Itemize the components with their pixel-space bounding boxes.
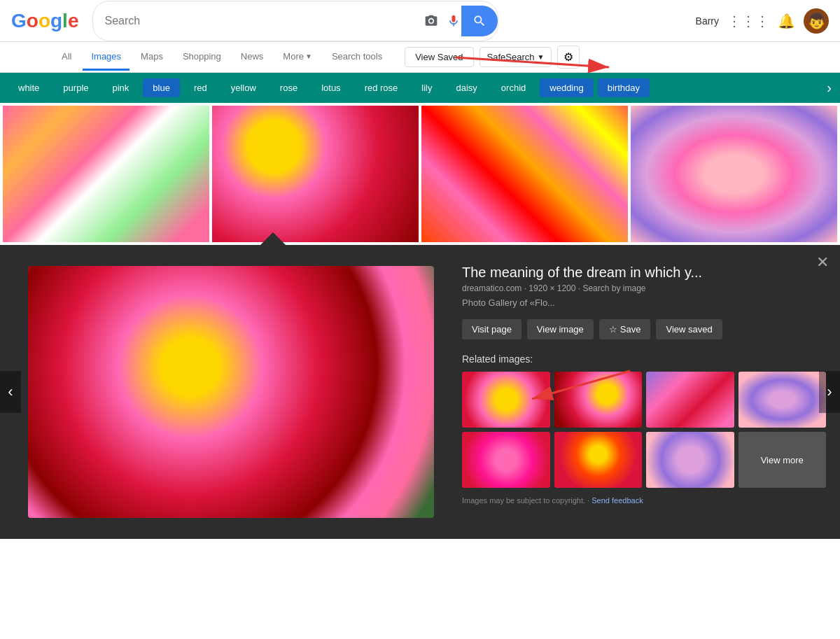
- image-grid: [0, 103, 840, 245]
- search-button[interactable]: [461, 6, 498, 36]
- search-bar: flowers: [92, 1, 498, 41]
- grid-image-2[interactable]: [212, 106, 419, 242]
- save-button[interactable]: ☆ Save: [599, 319, 651, 339]
- nav-shopping[interactable]: Shopping: [174, 44, 230, 71]
- filter-red-rose[interactable]: red rose: [355, 78, 408, 97]
- star-icon: ☆: [609, 324, 617, 335]
- related-label: Related images:: [462, 353, 826, 365]
- filter-yellow[interactable]: yellow: [221, 78, 266, 97]
- expanded-panel: ‹ ✕ The meaning of the dream in which y.…: [0, 245, 840, 539]
- filter-pink[interactable]: pink: [103, 78, 139, 97]
- filter-lily[interactable]: lily: [412, 78, 442, 97]
- expanded-info: ✕ The meaning of the dream in which y...…: [448, 245, 840, 539]
- nav-all[interactable]: All: [53, 44, 80, 71]
- filter-purple[interactable]: purple: [53, 78, 98, 97]
- close-button[interactable]: ✕: [816, 253, 829, 272]
- nav-maps[interactable]: Maps: [132, 44, 172, 71]
- filter-wedding[interactable]: wedding: [540, 78, 593, 97]
- camera-icon[interactable]: [424, 13, 439, 29]
- search-icons: [424, 13, 461, 29]
- settings-button[interactable]: ⚙: [557, 45, 580, 69]
- mic-icon[interactable]: [446, 13, 461, 29]
- grid-icon[interactable]: ⋮⋮⋮: [727, 13, 769, 29]
- nav-items: All Images Maps Shopping News More ▼ Sea…: [53, 44, 391, 71]
- grid-image-3[interactable]: [421, 106, 628, 242]
- user-name: Barry: [696, 15, 719, 27]
- nav-bar: All Images Maps Shopping News More ▼ Sea…: [0, 42, 840, 73]
- grid-image-1[interactable]: [3, 106, 209, 242]
- related-image-1[interactable]: [462, 372, 550, 428]
- search-input[interactable]: flowers: [104, 15, 418, 27]
- next-image-button[interactable]: ›: [819, 371, 840, 413]
- filter-lotus[interactable]: lotus: [312, 78, 350, 97]
- nav-more[interactable]: More ▼: [274, 44, 321, 71]
- grid-image-4[interactable]: [631, 106, 837, 242]
- view-saved-expanded-button[interactable]: View saved: [656, 319, 722, 339]
- notification-icon[interactable]: 🔔: [778, 13, 795, 29]
- view-image-button[interactable]: View image: [527, 319, 594, 339]
- visit-page-button[interactable]: Visit page: [462, 319, 522, 339]
- filter-birthday[interactable]: birthday: [598, 78, 650, 97]
- view-more-button[interactable]: View more: [738, 432, 827, 488]
- view-saved-button[interactable]: View Saved: [405, 47, 473, 67]
- avatar[interactable]: 👦: [804, 8, 829, 34]
- filter-orchid[interactable]: orchid: [491, 78, 536, 97]
- expanded-subtitle: Photo Gallery of «Flo...: [462, 297, 826, 308]
- filter-next-icon[interactable]: ›: [827, 80, 832, 96]
- header: Google flowers Barry ⋮⋮⋮: [0, 0, 840, 42]
- related-image-7[interactable]: [646, 432, 734, 488]
- nav-images[interactable]: Images: [83, 44, 130, 71]
- google-logo[interactable]: Google: [11, 10, 78, 32]
- filter-bar: white purple pink blue red yellow rose l…: [0, 73, 840, 103]
- related-images-grid: View more: [462, 372, 826, 488]
- related-image-4[interactable]: [738, 372, 827, 428]
- filter-blue[interactable]: blue: [143, 78, 180, 97]
- related-image-2[interactable]: [554, 372, 643, 428]
- copyright-text: Images may be subject to copyright. · Se…: [462, 496, 826, 505]
- expanded-image-display: [28, 266, 434, 518]
- filter-rose[interactable]: rose: [270, 78, 307, 97]
- prev-image-button[interactable]: ‹: [0, 371, 21, 413]
- feedback-link[interactable]: Send feedback: [592, 496, 643, 505]
- nav-right-controls: View Saved SafeSearch ▼ ⚙: [405, 45, 580, 69]
- header-right: Barry ⋮⋮⋮ 🔔 👦: [696, 8, 829, 34]
- filter-red[interactable]: red: [184, 78, 217, 97]
- filter-white[interactable]: white: [8, 78, 49, 97]
- nav-search-tools[interactable]: Search tools: [323, 44, 391, 71]
- related-image-5[interactable]: [462, 432, 550, 488]
- filter-daisy[interactable]: daisy: [447, 78, 487, 97]
- nav-news[interactable]: News: [232, 44, 272, 71]
- related-image-6[interactable]: [554, 432, 643, 488]
- expanded-image-container: [0, 245, 448, 539]
- expanded-title: The meaning of the dream in which y...: [462, 265, 826, 281]
- expanded-source: dreamatico.com · 1920 × 1200 · Search by…: [462, 283, 826, 293]
- related-image-3[interactable]: [646, 372, 734, 428]
- safesearch-button[interactable]: SafeSearch ▼: [479, 47, 552, 67]
- action-buttons: Visit page View image ☆ Save View saved: [462, 319, 826, 339]
